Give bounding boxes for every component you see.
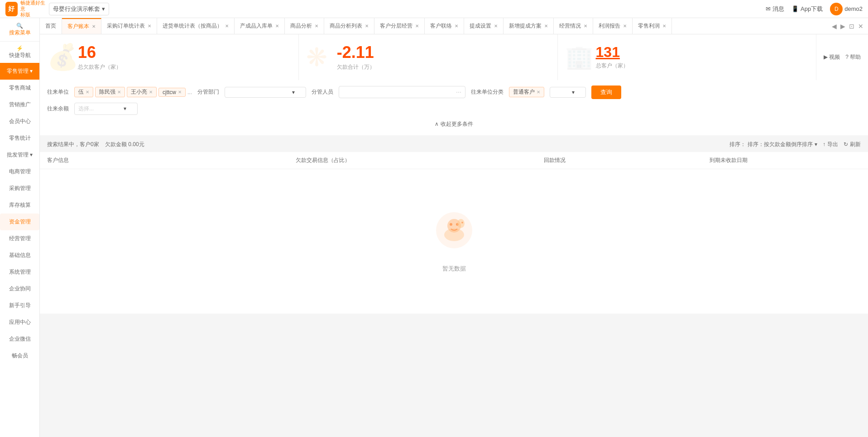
debtor-count: 16 bbox=[78, 43, 121, 62]
sidebar-item-chang-member[interactable]: 畅会员 bbox=[0, 347, 39, 364]
tab-scroll-left-icon[interactable]: ◀ bbox=[831, 22, 838, 31]
person-input[interactable]: ⋯ bbox=[339, 86, 465, 98]
account-selector[interactable]: 母婴行业演示帐套 ▾ bbox=[49, 3, 109, 15]
empty-state-cell: 暂无数据 bbox=[40, 169, 868, 314]
sidebar-item-basic-info[interactable]: 基础信息 bbox=[0, 247, 39, 264]
results-info: 搜索结果中，客户0家 欠款金额 0.00元 bbox=[47, 141, 144, 148]
tab-close-purchase-stats[interactable]: ✕ bbox=[225, 24, 229, 28]
remove-tag-chen[interactable]: ✕ bbox=[117, 90, 121, 95]
refresh-icon: ↻ bbox=[844, 141, 848, 147]
tab-close-new-commission[interactable]: ✕ bbox=[544, 24, 548, 28]
sidebar-item-member-center[interactable]: 会员中心 bbox=[0, 113, 39, 130]
tab-close-commission[interactable]: ✕ bbox=[494, 24, 498, 28]
tab-close-product-analysis[interactable]: ✕ bbox=[315, 24, 318, 28]
tab-product-analysis[interactable]: 商品分析 ✕ bbox=[285, 18, 324, 34]
user-menu[interactable]: D demo2 bbox=[830, 3, 863, 15]
tab-customer-contact[interactable]: 客户联络 ✕ bbox=[425, 18, 464, 34]
remove-tag-cjttcw[interactable]: ✕ bbox=[178, 90, 182, 95]
help-link[interactable]: ? 帮助 bbox=[845, 53, 861, 61]
data-table-container: 客户信息 欠款交易信息（占比） 回款情况 到期未收款日期 bbox=[40, 152, 868, 314]
sort-selector[interactable]: 排序： 排序：按欠款金额倒序排序 ▾ bbox=[729, 141, 817, 148]
refresh-button[interactable]: ↻ 刷新 bbox=[844, 141, 861, 148]
remove-tag-wang[interactable]: ✕ bbox=[149, 90, 153, 95]
sidebar-search[interactable]: 🔍 搜索菜单 bbox=[0, 18, 39, 42]
tab-operations[interactable]: 经营情况 ✕ bbox=[554, 18, 593, 34]
tab-scroll-right-icon[interactable]: ▶ bbox=[839, 22, 846, 31]
sidebar-item-system[interactable]: 系统管理 bbox=[0, 264, 39, 280]
tab-home[interactable]: 首页 bbox=[40, 18, 62, 34]
tab-expand-icon[interactable]: ⊡ bbox=[848, 22, 855, 31]
filter-more-button[interactable]: ... bbox=[187, 89, 192, 95]
summary-card-total-debt: ❋ -2.11 欠款合计（万） bbox=[299, 34, 558, 80]
top-bar-left: 好 畅捷通好生意 标版 母婴行业演示帐套 ▾ bbox=[5, 0, 109, 18]
tab-close-operations[interactable]: ✕ bbox=[584, 24, 587, 28]
tab-customer-ledger[interactable]: 客户账本 ✕ bbox=[62, 18, 101, 34]
sidebar-item-enterprise-wechat[interactable]: 企业微信 bbox=[0, 331, 39, 347]
chevron-down-icon-sort: ▾ bbox=[815, 141, 817, 147]
sidebar-item-retail-management[interactable]: 零售管理 ▾ bbox=[0, 63, 39, 80]
tab-close-customer-ledger[interactable]: ✕ bbox=[92, 24, 96, 29]
tab-product-analysis-list[interactable]: 商品分析列表 ✕ bbox=[324, 18, 374, 34]
svg-point-6 bbox=[461, 222, 463, 223]
sidebar-quick-nav[interactable]: ⚡ 快捷导航 bbox=[0, 42, 39, 63]
sidebar-item-capital[interactable]: 资金管理 bbox=[0, 214, 39, 230]
tab-close-contact[interactable]: ✕ bbox=[455, 24, 458, 28]
card-bg-icon-badge: ❋ bbox=[306, 43, 327, 72]
svg-point-3 bbox=[450, 223, 452, 226]
sidebar-item-retail-stats[interactable]: 零售统计 bbox=[0, 130, 39, 147]
query-button[interactable]: 查询 bbox=[591, 86, 621, 99]
video-link[interactable]: ▶ 视频 bbox=[824, 53, 840, 61]
dept-selector[interactable]: ▾ bbox=[225, 87, 306, 98]
chevron-down-icon-3: ▾ bbox=[124, 105, 126, 112]
sidebar-item-beginner[interactable]: 新手引导 bbox=[0, 297, 39, 314]
dept-filter-label: 分管部门 bbox=[197, 88, 219, 96]
tab-purchase-order-stats[interactable]: 采购订单统计表 ✕ bbox=[101, 18, 157, 34]
export-button[interactable]: ↑ 导出 bbox=[823, 141, 838, 148]
col-debt-info: 欠款交易信息（占比） bbox=[288, 152, 537, 169]
app-download-button[interactable]: 📱 App下载 bbox=[791, 5, 823, 13]
sidebar-item-wholesale[interactable]: 批发管理 ▾ bbox=[0, 147, 39, 163]
chevron-down-icon: ▾ bbox=[102, 5, 105, 12]
tab-retail-profit[interactable]: 零售利润 ✕ bbox=[633, 18, 672, 34]
summary-section: 💰 16 总欠款客户（家） ❋ -2.11 欠款合计（万） 🏢 bbox=[40, 34, 868, 80]
tab-purchase-stats-by-product[interactable]: 进货单统计表（按商品） ✕ bbox=[157, 18, 235, 34]
tab-close-purchase-order[interactable]: ✕ bbox=[148, 24, 151, 28]
tab-commission-settings[interactable]: 提成设置 ✕ bbox=[464, 18, 504, 34]
sidebar-item-purchase[interactable]: 采购管理 bbox=[0, 180, 39, 197]
message-button[interactable]: ✉ 消息 bbox=[766, 5, 784, 13]
collapse-filters-button[interactable]: ∧ 收起更多条件 bbox=[47, 119, 861, 130]
tab-close-product-list[interactable]: ✕ bbox=[365, 24, 369, 28]
remove-tag-wu[interactable]: ✕ bbox=[86, 90, 89, 95]
unit-class-selector[interactable]: ▾ bbox=[550, 87, 586, 98]
filter-section: 往来单位 伍 ✕ 陈民强 ✕ 王小亮 ✕ bbox=[40, 80, 868, 135]
tab-close-customer-segment[interactable]: ✕ bbox=[415, 24, 419, 28]
tab-customer-segment[interactable]: 客户分层经营 ✕ bbox=[374, 18, 425, 34]
balance-filter-label: 往来余额 bbox=[47, 105, 69, 113]
unit-class-filter-tags: 普通客户 ✕ bbox=[509, 87, 544, 97]
remove-unit-class-tag[interactable]: ✕ bbox=[537, 90, 540, 95]
help-links: ▶ 视频 ? 帮助 bbox=[816, 34, 868, 80]
balance-selector[interactable]: 选择... ▾ bbox=[74, 103, 138, 115]
summary-card-total-customers: 🏢 131 总客户（家） bbox=[558, 34, 817, 80]
video-icon: ▶ bbox=[824, 54, 828, 60]
tabs-bar: 首页 客户账本 ✕ 采购订单统计表 ✕ 进货单统计表（按商品） ✕ 产成品入库单… bbox=[40, 18, 868, 34]
tab-close-production[interactable]: ✕ bbox=[275, 24, 279, 28]
tab-close-profit[interactable]: ✕ bbox=[623, 24, 627, 28]
sidebar-item-retail-mall[interactable]: 零售商城 bbox=[0, 80, 39, 96]
sidebar-item-app-center[interactable]: 应用中心 bbox=[0, 314, 39, 331]
sidebar-item-enterprise-collab[interactable]: 企业协同 bbox=[0, 280, 39, 297]
tab-profit-report[interactable]: 利润报告 ✕ bbox=[593, 18, 633, 34]
sidebar-item-marketing[interactable]: 营销推广 bbox=[0, 96, 39, 113]
sidebar-item-ecommerce[interactable]: 电商管理 bbox=[0, 163, 39, 180]
sort-label: 排序： bbox=[729, 141, 746, 148]
tab-close-all-icon[interactable]: ✕ bbox=[857, 22, 864, 31]
tab-close-retail-profit[interactable]: ✕ bbox=[662, 24, 666, 28]
tab-production-inbound[interactable]: 产成品入库单 ✕ bbox=[235, 18, 285, 34]
help-icon: ? bbox=[845, 54, 849, 60]
sidebar-item-inventory[interactable]: 库存核算 bbox=[0, 197, 39, 214]
total-customer-label: 总客户（家） bbox=[596, 62, 628, 70]
tab-new-commission-plan[interactable]: 新增提成方案 ✕ bbox=[504, 18, 554, 34]
message-icon: ✉ bbox=[766, 5, 771, 12]
sidebar-item-operations[interactable]: 经营管理 bbox=[0, 230, 39, 247]
unit-filter-label: 往来单位 bbox=[47, 88, 69, 96]
